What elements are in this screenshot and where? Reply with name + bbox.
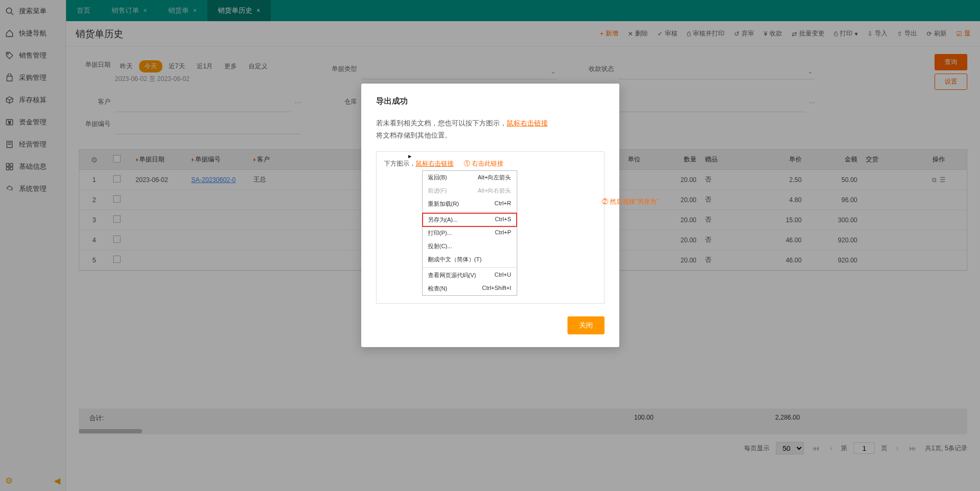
callout-2: ② 然后选择"另存为" (602, 197, 659, 206)
context-menu-item: 打印(P)...Ctrl+P (423, 226, 517, 240)
instruction-link: 鼠标右击链接 (416, 160, 454, 167)
export-success-modal: 导出成功 若未看到相关文档，您也可以按下方图示，鼠标右击链接 将文档存储到其他位… (361, 84, 619, 347)
context-menu-item: 重新加载(R)Ctrl+R (423, 197, 517, 211)
context-menu-diagram: 返回(B)Alt+向左箭头前进(F)Alt+向右箭头重新加载(R)Ctrl+R另… (422, 170, 517, 296)
context-menu-item: 检查(N)Ctrl+Shift+I (423, 282, 517, 295)
modal-text: 若未看到相关文档，您也可以按下方图示，鼠标右击链接 将文档存储到其他位置。 (376, 117, 605, 142)
right-click-link[interactable]: 鼠标右击链接 (507, 119, 548, 127)
instruction-diagram: 下方图示，鼠标右击链接 ▸ ① 右击此链接 返回(B)Alt+向左箭头前进(F)… (376, 151, 605, 304)
close-button[interactable]: 关闭 (567, 316, 605, 334)
callout-1: ① 右击此链接 (464, 160, 503, 167)
context-menu-item: 翻成中文（简体）(T) (423, 253, 517, 266)
modal-title: 导出成功 (376, 96, 605, 106)
context-menu-item: 查看网页源代码(V)Ctrl+U (423, 269, 517, 282)
context-menu-item: 前进(F)Alt+向右箭头 (423, 184, 517, 197)
context-menu-item: 另存为(A)...Ctrl+S (423, 213, 517, 226)
context-menu-item: 投射(C)... (423, 240, 517, 253)
cursor-icon: ▸ (408, 152, 411, 160)
modal-overlay[interactable]: 导出成功 若未看到相关文档，您也可以按下方图示，鼠标右击链接 将文档存储到其他位… (0, 0, 980, 491)
context-menu-item: 返回(B)Alt+向左箭头 (423, 171, 517, 184)
